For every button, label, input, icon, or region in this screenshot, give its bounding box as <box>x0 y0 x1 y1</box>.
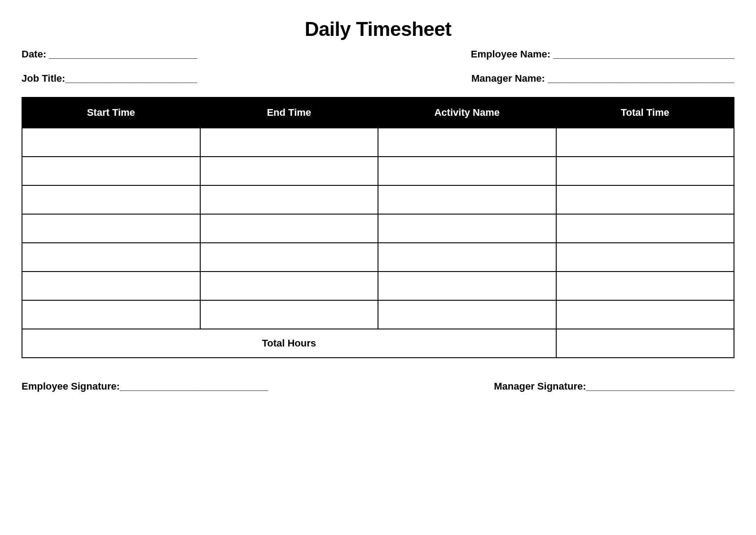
total-hours-value[interactable] <box>556 329 734 358</box>
header-end-time: End Time <box>200 97 378 128</box>
cell-start-time[interactable] <box>22 185 200 214</box>
cell-total-time[interactable] <box>556 214 734 243</box>
table-row <box>22 157 734 185</box>
timesheet-table: Start Time End Time Activity Name Total … <box>22 97 734 358</box>
cell-activity-name[interactable] <box>378 128 556 157</box>
cell-activity-name[interactable] <box>378 185 556 214</box>
cell-end-time[interactable] <box>200 243 378 272</box>
header-total-time: Total Time <box>556 97 734 128</box>
cell-activity-name[interactable] <box>378 300 556 329</box>
manager-signature-field[interactable]: Manager Signature:______________________… <box>494 381 734 392</box>
signatures-row: Employee Signature:_____________________… <box>22 381 734 392</box>
cell-end-time[interactable] <box>200 185 378 214</box>
cell-end-time[interactable] <box>200 214 378 243</box>
table-row <box>22 128 734 157</box>
cell-end-time[interactable] <box>200 157 378 185</box>
total-hours-label: Total Hours <box>22 329 556 358</box>
cell-activity-name[interactable] <box>378 272 556 300</box>
cell-end-time[interactable] <box>200 128 378 157</box>
table-header-row: Start Time End Time Activity Name Total … <box>22 97 734 128</box>
total-hours-row: Total Hours <box>22 329 734 358</box>
employee-name-field[interactable]: Employee Name: _________________________… <box>471 48 734 60</box>
table-row <box>22 243 734 272</box>
header-start-time: Start Time <box>22 97 200 128</box>
header-row-2: Job Title:________________________ Manag… <box>22 73 734 84</box>
cell-start-time[interactable] <box>22 300 200 329</box>
cell-activity-name[interactable] <box>378 157 556 185</box>
table-row <box>22 272 734 300</box>
cell-total-time[interactable] <box>556 128 734 157</box>
cell-start-time[interactable] <box>22 272 200 300</box>
cell-total-time[interactable] <box>556 185 734 214</box>
cell-total-time[interactable] <box>556 157 734 185</box>
document-title: Daily Timesheet <box>22 18 734 40</box>
cell-start-time[interactable] <box>22 157 200 185</box>
cell-start-time[interactable] <box>22 128 200 157</box>
header-activity-name: Activity Name <box>378 97 556 128</box>
date-field[interactable]: Date: ___________________________ <box>22 48 197 60</box>
header-row-1: Date: ___________________________ Employ… <box>22 48 734 60</box>
cell-total-time[interactable] <box>556 272 734 300</box>
cell-end-time[interactable] <box>200 272 378 300</box>
table-row <box>22 185 734 214</box>
cell-end-time[interactable] <box>200 300 378 329</box>
table-row <box>22 300 734 329</box>
job-title-field[interactable]: Job Title:________________________ <box>22 73 197 84</box>
cell-start-time[interactable] <box>22 243 200 272</box>
employee-signature-field[interactable]: Employee Signature:_____________________… <box>22 381 268 392</box>
cell-total-time[interactable] <box>556 300 734 329</box>
cell-start-time[interactable] <box>22 214 200 243</box>
cell-total-time[interactable] <box>556 243 734 272</box>
manager-name-field[interactable]: Manager Name: __________________________… <box>471 73 734 84</box>
cell-activity-name[interactable] <box>378 243 556 272</box>
cell-activity-name[interactable] <box>378 214 556 243</box>
table-row <box>22 214 734 243</box>
